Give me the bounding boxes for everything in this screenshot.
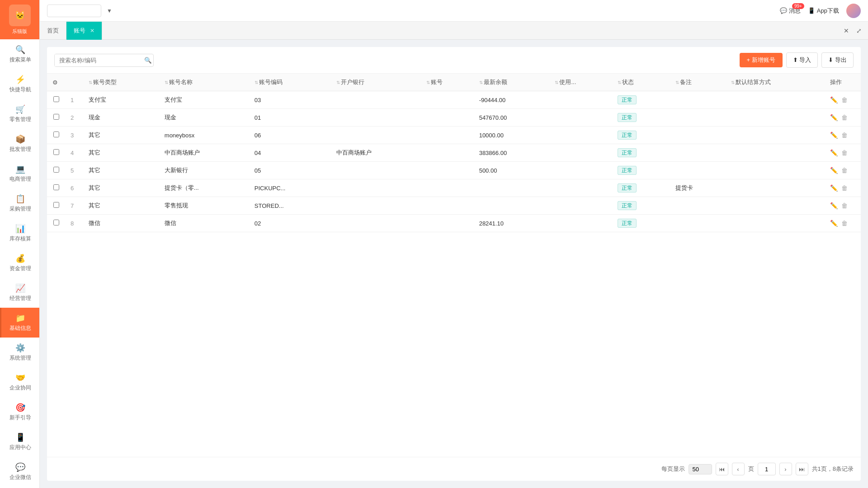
sidebar-item-system[interactable]: ⚙️ 系统管理 xyxy=(0,338,39,367)
sidebar-item-wechat[interactable]: 💬 企业微信 xyxy=(0,457,39,487)
row-checkbox[interactable] xyxy=(47,91,65,109)
search-input[interactable] xyxy=(55,54,140,66)
table-body: 1 支付宝 支付宝 03 -90444.00 正常 ✏️ 🗑 2 现金 xyxy=(47,91,861,232)
col-balance[interactable]: ⇅最新余额 xyxy=(474,74,550,91)
sidebar-item-inventory[interactable]: 📊 库存核算 xyxy=(0,218,39,248)
col-remark[interactable]: ⇅备注 xyxy=(670,74,726,91)
row-usage xyxy=(549,91,612,109)
col-account[interactable]: ⇅账号 xyxy=(421,74,474,91)
sidebar-item-guide[interactable]: 🎯 新手引导 xyxy=(0,397,39,427)
tab-close-button[interactable]: ✕ xyxy=(841,25,852,36)
import-button[interactable]: ⬆ 导入 xyxy=(786,52,818,68)
sidebar-item-wholesale[interactable]: 📦 批发管理 xyxy=(0,129,39,159)
sidebar-item-shortcuts[interactable]: ⚡ 快捷导航 xyxy=(0,69,39,99)
sidebar-item-retail[interactable]: 🛒 零售管理 xyxy=(0,99,39,129)
edit-icon[interactable]: ✏️ xyxy=(830,149,838,156)
col-code[interactable]: ⇅账号编码 xyxy=(249,74,331,91)
edit-icon[interactable]: ✏️ xyxy=(830,220,838,227)
finance-icon: 💰 xyxy=(15,253,25,263)
row-usage xyxy=(549,162,612,179)
col-settings[interactable]: ⚙ xyxy=(47,74,65,91)
first-page-button[interactable]: ⏮ xyxy=(716,463,728,475)
delete-icon[interactable]: 🗑 xyxy=(841,167,848,174)
col-name[interactable]: ⇅账号名称 xyxy=(159,74,249,91)
edit-icon[interactable]: ✏️ xyxy=(830,167,838,174)
row-remark xyxy=(670,91,726,109)
delete-icon[interactable]: 🗑 xyxy=(841,220,848,227)
col-bank[interactable]: ⇅开户银行 xyxy=(331,74,421,91)
sidebar-item-operation[interactable]: 📈 经营管理 xyxy=(0,278,39,308)
row-name: 现金 xyxy=(159,109,249,127)
delete-icon[interactable]: 🗑 xyxy=(841,131,848,139)
row-index: 5 xyxy=(65,162,83,179)
sidebar-item-finance[interactable]: 💰 资金管理 xyxy=(0,248,39,278)
row-index: 6 xyxy=(65,179,83,197)
row-index: 4 xyxy=(65,144,83,162)
row-checkbox[interactable] xyxy=(47,162,65,179)
tab-home[interactable]: 首页 xyxy=(40,22,66,40)
next-page-button[interactable]: › xyxy=(779,463,792,475)
row-bank xyxy=(331,162,421,179)
last-page-button[interactable]: ⏭ xyxy=(796,463,808,475)
user-avatar[interactable] xyxy=(846,4,861,18)
row-remark xyxy=(670,127,726,144)
row-checkbox[interactable] xyxy=(47,215,65,232)
delete-icon[interactable]: 🗑 xyxy=(841,96,848,103)
col-usage[interactable]: ⇅使用... xyxy=(549,74,612,91)
sidebar-item-basic[interactable]: 📁 基础信息 xyxy=(0,308,39,338)
delete-icon[interactable]: 🗑 xyxy=(841,114,848,121)
export-button[interactable]: ⬇ 导出 xyxy=(821,52,854,68)
edit-icon[interactable]: ✏️ xyxy=(830,184,838,192)
page-size-select[interactable]: 50 20 100 xyxy=(689,464,712,474)
row-account xyxy=(421,144,474,162)
sidebar-item-ecommerce[interactable]: 💻 电商管理 xyxy=(0,159,39,188)
sidebar-item-label: 基础信息 xyxy=(9,324,31,332)
row-default-settlement xyxy=(726,197,825,215)
row-balance: 500.00 xyxy=(474,162,550,179)
edit-icon[interactable]: ✏️ xyxy=(830,96,838,103)
row-status: 正常 xyxy=(612,162,670,179)
tab-expand-button[interactable]: ⤢ xyxy=(854,25,864,36)
sidebar-item-appcenter[interactable]: 📱 应用中心 xyxy=(0,427,39,457)
col-default-settlement[interactable]: ⇅默认结算方式 xyxy=(726,74,825,91)
row-checkbox[interactable] xyxy=(47,109,65,127)
prev-page-button[interactable]: ‹ xyxy=(732,463,745,475)
row-remark xyxy=(670,144,726,162)
delete-icon[interactable]: 🗑 xyxy=(841,184,848,192)
col-type[interactable]: ⇅账号类型 xyxy=(83,74,159,91)
edit-icon[interactable]: ✏️ xyxy=(830,114,838,121)
row-usage xyxy=(549,109,612,127)
edit-icon[interactable]: ✏️ xyxy=(830,131,838,139)
row-index: 1 xyxy=(65,91,83,109)
delete-icon[interactable]: 🗑 xyxy=(841,149,848,156)
row-checkbox[interactable] xyxy=(47,127,65,144)
search-button[interactable]: 🔍 xyxy=(140,54,154,66)
row-default-settlement xyxy=(726,127,825,144)
add-account-button[interactable]: + 新增账号 xyxy=(740,53,783,67)
row-name: 零售抵现 xyxy=(159,197,249,215)
messages-button[interactable]: 💬 消息 99+ xyxy=(780,7,801,15)
system-icon: ⚙️ xyxy=(15,343,25,353)
row-checkbox[interactable] xyxy=(47,144,65,162)
row-status: 正常 xyxy=(612,127,670,144)
header-search-input[interactable] xyxy=(47,5,101,17)
edit-icon[interactable]: ✏️ xyxy=(830,202,838,209)
page-input[interactable] xyxy=(758,463,776,475)
row-checkbox[interactable] xyxy=(47,197,65,215)
col-status[interactable]: ⇅状态 xyxy=(612,74,670,91)
row-code: 05 xyxy=(249,162,331,179)
row-type: 其它 xyxy=(83,197,159,215)
logo-icon: 🐱 xyxy=(9,5,31,26)
search-wrapper: 🔍 xyxy=(54,54,154,67)
row-checkbox[interactable] xyxy=(47,179,65,197)
row-balance: 10000.00 xyxy=(474,127,550,144)
guide-icon: 🎯 xyxy=(15,403,25,413)
row-name: moneybosx xyxy=(159,127,249,144)
tab-account[interactable]: 账号 ✕ xyxy=(66,22,102,40)
sidebar-item-search[interactable]: 🔍 搜索菜单 xyxy=(0,39,39,69)
delete-icon[interactable]: 🗑 xyxy=(841,202,848,209)
tab-close-icon[interactable]: ✕ xyxy=(90,28,94,34)
sidebar-item-enterprise[interactable]: 🤝 企业协同 xyxy=(0,367,39,397)
app-download-button[interactable]: 📱 App下载 xyxy=(808,7,839,15)
sidebar-item-purchase[interactable]: 📋 采购管理 xyxy=(0,188,39,218)
